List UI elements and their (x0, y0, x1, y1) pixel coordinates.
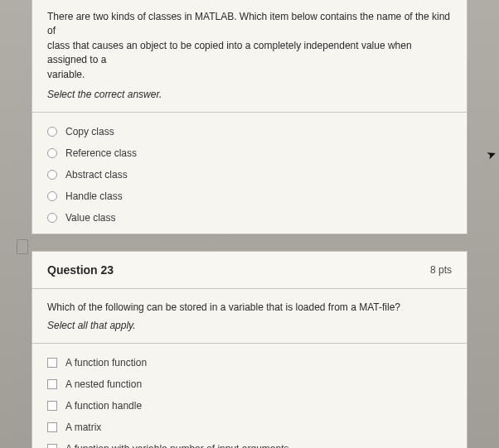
question-card-prev: There are two kinds of classes in MATLAB… (31, 0, 468, 234)
question-text: There are two kinds of classes in MATLAB… (47, 10, 452, 82)
question-title: Question 23 (47, 263, 114, 277)
option-label: A matrix (65, 422, 101, 433)
question-text-line: class that causes an object to be copied… (47, 40, 412, 65)
select-instruction: Select the correct answer. (47, 89, 452, 100)
option-label: Value class (65, 212, 115, 224)
bookmark-icon (17, 239, 28, 254)
option-label: A nested function (65, 378, 142, 390)
option-row[interactable]: Abstract class (32, 164, 467, 185)
options-group: A function function A nested function A … (32, 343, 467, 448)
option-label: A function function (65, 357, 147, 369)
question-text-line: There are two kinds of classes in MATLAB… (47, 11, 450, 36)
option-label: Reference class (65, 147, 137, 159)
cursor-icon: ➤ (485, 146, 499, 161)
quiz-page: ➤ There are two kinds of classes in MATL… (0, 0, 499, 448)
option-label: A function with variable number of input… (65, 443, 288, 448)
question-points: 8 pts (430, 264, 452, 276)
bookmark-button[interactable] (15, 237, 30, 257)
checkbox-icon[interactable] (47, 379, 57, 389)
question-text-line: variable. (47, 69, 85, 80)
question-header: Question 23 8 pts (32, 252, 467, 289)
checkbox-icon[interactable] (47, 444, 57, 448)
option-label: A function handle (65, 400, 142, 412)
options-group: Copy class Reference class Abstract clas… (32, 112, 467, 234)
radio-icon[interactable] (47, 191, 57, 201)
radio-icon[interactable] (47, 148, 57, 158)
radio-icon[interactable] (47, 170, 57, 180)
option-row[interactable]: A function with variable number of input… (32, 438, 467, 448)
option-row[interactable]: A function handle (32, 395, 467, 417)
option-row[interactable]: Value class (32, 207, 467, 229)
question-card-23: Question 23 8 pts Which of the following… (31, 251, 468, 448)
radio-icon[interactable] (47, 213, 57, 223)
question-body: There are two kinds of classes in MATLAB… (32, 0, 467, 112)
question-text: Which of the following can be stored in … (47, 301, 452, 315)
option-row[interactable]: A function function (32, 352, 467, 373)
radio-icon[interactable] (47, 127, 57, 137)
option-row[interactable]: Reference class (32, 142, 467, 164)
option-row[interactable]: A nested function (32, 373, 467, 395)
option-row[interactable]: Handle class (32, 185, 467, 207)
option-row[interactable]: Copy class (32, 121, 467, 142)
checkbox-icon[interactable] (47, 401, 57, 411)
option-row[interactable]: A matrix (32, 417, 467, 438)
question-body: Which of the following can be stored in … (32, 289, 467, 343)
option-label: Abstract class (65, 169, 128, 181)
option-label: Copy class (65, 126, 114, 137)
option-label: Handle class (65, 190, 123, 202)
select-instruction: Select all that apply. (47, 320, 452, 331)
checkbox-icon[interactable] (47, 422, 57, 432)
checkbox-icon[interactable] (47, 358, 57, 368)
